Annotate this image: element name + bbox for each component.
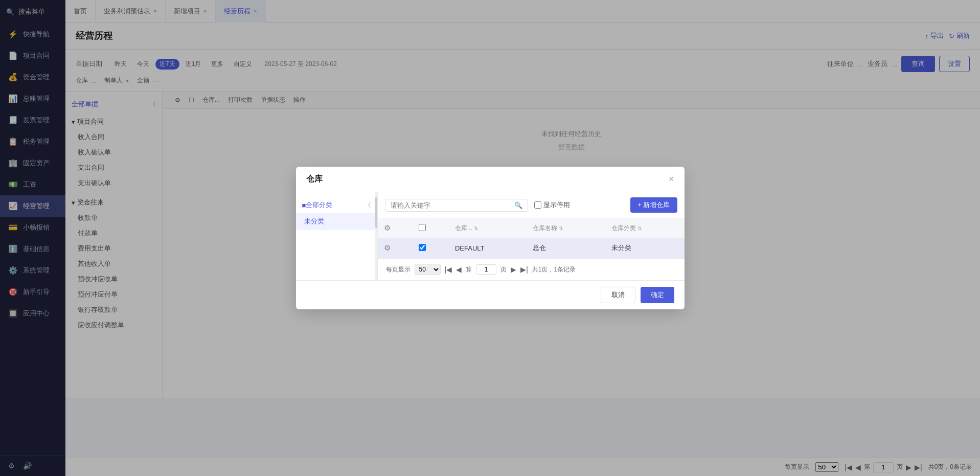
search-icon: 🔍	[514, 201, 522, 209]
modal-page-input[interactable]	[476, 264, 496, 275]
cancel-button[interactable]: 取消	[601, 287, 635, 303]
warehouse-modal: 仓库 × ■ 全部分类 《 未分类	[296, 167, 685, 309]
row-gear-icon[interactable]: ⚙	[384, 243, 391, 252]
sort-name[interactable]: 仓库名称 ⇅	[533, 224, 599, 233]
modal-title: 仓库	[306, 174, 323, 185]
modal-category-panel: ■ 全部分类 《 未分类	[296, 192, 378, 280]
sort-code-icon: ⇅	[474, 225, 478, 231]
modal-table: ⚙ 仓库... ⇅ 仓库名称	[378, 218, 685, 258]
sort-category-icon: ⇅	[637, 225, 642, 231]
add-warehouse-button[interactable]: + 新增仓库	[630, 197, 677, 213]
modal-pagination: 每页显示 50 100 |◀ ◀ 算 页 ▶ ▶| 共1页，1条记录	[378, 258, 685, 280]
row-code: DEFAULT	[449, 238, 527, 258]
confirm-button[interactable]: 确定	[641, 287, 674, 303]
table-row[interactable]: ⚙ DEFAULT 总仓 未分类	[378, 238, 685, 258]
th-code: 仓库... ⇅	[449, 218, 527, 238]
all-categories-icon: ■	[302, 201, 306, 209]
th-name: 仓库名称 ⇅	[527, 218, 605, 238]
modal-page-suffix: 页	[500, 265, 507, 274]
modal-left-scrollbar	[375, 192, 377, 280]
modal-overlay: 仓库 × ■ 全部分类 《 未分类	[0, 0, 980, 476]
modal-left-scroll-thumb	[375, 197, 377, 228]
sort-name-icon: ⇅	[559, 225, 563, 231]
modal-toolbar: 🔍 显示停用 + 新增仓库	[378, 192, 685, 218]
modal-footer: 取消 确定	[296, 280, 685, 309]
modal-search-input[interactable]	[391, 201, 511, 209]
modal-next-page[interactable]: ▶	[511, 265, 516, 274]
modal-category-all[interactable]: ■ 全部分类 《	[296, 197, 377, 213]
show-disabled-checkbox[interactable]	[534, 201, 541, 209]
modal-body: ■ 全部分类 《 未分类 🔍	[296, 192, 685, 280]
modal-header: 仓库 ×	[296, 167, 685, 192]
modal-per-page-select[interactable]: 50 100	[415, 264, 441, 275]
modal-category-uncategorized[interactable]: 未分类	[296, 213, 377, 230]
sort-category[interactable]: 仓库分类 ⇅	[611, 224, 678, 233]
row-select-checkbox[interactable]	[419, 244, 426, 251]
warehouse-table: ⚙ 仓库... ⇅ 仓库名称	[378, 218, 685, 258]
modal-total-label: 共1页，1条记录	[532, 265, 576, 274]
row-gear: ⚙	[378, 238, 413, 258]
row-name: 总仓	[527, 238, 605, 258]
collapse-icon[interactable]: 《	[364, 200, 371, 210]
modal-last-page[interactable]: ▶|	[520, 265, 528, 274]
modal-first-page[interactable]: |◀	[445, 265, 452, 274]
row-checkbox	[413, 238, 449, 258]
modal-search-box[interactable]: 🔍	[385, 199, 528, 212]
modal-page-prefix: 算	[466, 265, 472, 274]
show-disabled-label[interactable]: 显示停用	[534, 200, 570, 210]
th-category: 仓库分类 ⇅	[605, 218, 684, 238]
sort-code[interactable]: 仓库... ⇅	[455, 224, 520, 233]
modal-right-panel: 🔍 显示停用 + 新增仓库 ⚙	[378, 192, 685, 280]
select-all-checkbox[interactable]	[419, 224, 426, 231]
th-checkbox	[413, 218, 449, 238]
modal-close-button[interactable]: ×	[669, 174, 674, 185]
table-head-row: ⚙ 仓库... ⇅ 仓库名称	[378, 218, 685, 238]
row-category: 未分类	[605, 238, 684, 258]
th-gear: ⚙	[378, 218, 413, 238]
modal-prev-page[interactable]: ◀	[456, 265, 462, 274]
modal-per-page-label: 每页显示	[386, 265, 411, 274]
gear-icon[interactable]: ⚙	[384, 223, 391, 232]
